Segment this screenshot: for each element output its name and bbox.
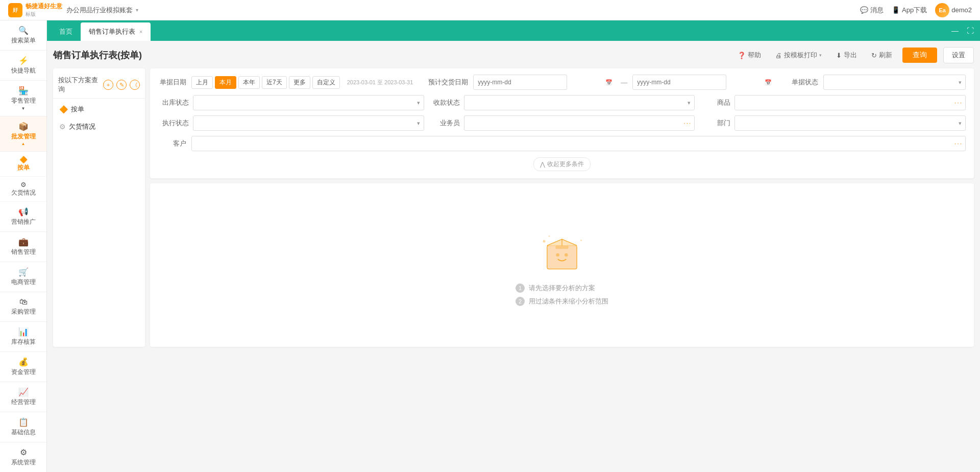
filter-card: 单据日期 上月 本月 本年 近7天 更多 自定义 2023-03-01 至 20… [150,68,974,178]
sidebar-item-quicknav[interactable]: ⚡ 快捷导航 [0,51,46,81]
delivery-select[interactable] [193,95,424,110]
customer-more-btn[interactable]: ··· [954,140,963,147]
sidebar-sub-item-oweinfo[interactable]: ⚙ 欠货情况 [0,177,46,202]
search-icon: 🔍 [18,26,29,35]
date-btn-custom[interactable]: 自定义 [312,76,340,89]
sidebar-item-sales[interactable]: 💼 销售管理 [0,232,46,262]
svg-point-6 [580,240,582,241]
settings-btn[interactable]: 设置 [943,47,974,63]
date-btn-this-year[interactable]: 本年 [238,76,260,89]
sidebar-item-system[interactable]: ⚙ 系统管理 [0,442,46,472]
main-layout: 🔍 搜索菜单 ⚡ 快捷导航 🏪 零售管理 📦 批发管理 ▲ 🔶 按单 ⚙ 欠货情… [0,20,980,472]
sidebar-item-finance[interactable]: 💰 资金管理 [0,352,46,382]
salesman-control: ··· [464,115,695,131]
industry-selector[interactable]: 办公用品行业模拟账套 ▾ [66,6,138,15]
user-menu[interactable]: Ea demo2 [935,3,972,17]
collapse-btn[interactable]: ⋀ 收起更多条件 [533,157,591,171]
salesman-label: 业务员 [429,119,460,128]
scheme-item-anpan[interactable]: 🔶 按单 [53,101,145,118]
salesman-input[interactable] [464,115,695,131]
dept-select[interactable] [734,115,966,131]
help-btn[interactable]: ❓ 帮助 [733,49,765,62]
date-quick-btns: 上月 本月 本年 近7天 更多 自定义 [191,76,340,89]
exec-select[interactable] [193,115,424,131]
goods-input[interactable] [734,95,966,110]
sidebar-item-operation[interactable]: 📈 经营管理 [0,382,46,412]
quicknav-icon: ⚡ [18,56,29,65]
svg-rect-2 [556,246,569,249]
top-header: 好 畅捷通好生意 标版 办公用品行业模拟账套 ▾ 💬 消息 📱 App下载 Ea… [0,0,980,20]
empty-tip-2: 2 用过滤条件来缩小分析范围 [516,297,608,306]
message-btn[interactable]: 💬 消息 [860,6,884,15]
date-filter-row: 单据日期 上月 本月 本年 近7天 更多 自定义 2023-03-01 至 20… [158,75,966,90]
expected-date-end[interactable] [632,75,726,90]
svg-rect-0 [547,246,577,269]
tab-minimize-btn[interactable]: — [949,27,961,35]
sidebar-item-search[interactable]: 🔍 搜索菜单 [0,20,46,51]
sidebar-item-purchase[interactable]: 🛍 采购管理 [0,292,46,322]
date-btn-this-month[interactable]: 本月 [215,76,236,89]
tab-maximize-btn[interactable]: ⛶ [965,27,976,35]
tab-home[interactable]: 首页 [51,22,81,41]
sidebar-item-inventory[interactable]: 📊 库存核算 [0,322,46,352]
sidebar-item-retail[interactable]: 🏪 零售管理 [0,81,46,116]
date-label: 单据日期 [158,78,186,87]
exec-filter: 执行状态 [158,115,424,131]
page-title-bar: 销售订单执行表(按单) ❓ 帮助 🖨 按模板打印 ▾ ⬇ 导出 [53,47,974,63]
date-btn-more[interactable]: 更多 [289,76,310,89]
avatar: Ea [935,3,949,17]
salesman-more-btn[interactable]: ··· [683,120,692,127]
empty-state: 1 请先选择要分析的方案 2 用过滤条件来缩小分析范围 [150,183,974,347]
sidebar-sub-item-anpan[interactable]: 🔶 按单 [0,152,46,177]
date-btn-7days[interactable]: 近7天 [262,76,287,89]
svg-point-4 [565,253,568,257]
goods-filter: 商品 ··· [700,95,966,110]
page-title: 销售订单执行表(按单) [53,49,142,61]
scheme-item-icon: 🔶 [59,105,68,113]
payment-label: 收款状态 [429,98,460,107]
empty-illustration [536,224,587,275]
status-select[interactable] [823,75,966,90]
tip-num-2: 2 [516,297,525,306]
sidebar-item-marketing[interactable]: 📢 营销推广 [0,202,46,232]
ecommerce-icon: 🛒 [18,267,29,277]
sidebar-item-basic[interactable]: 📋 基础信息 [0,412,46,442]
date-btn-last-month[interactable]: 上月 [191,76,213,89]
svg-point-5 [543,240,546,243]
scheme-owe-icon: ⚙ [59,123,66,131]
scheme-edit-btn[interactable]: ✎ [116,80,127,90]
sales-icon: 💼 [18,237,29,247]
sidebar-item-wholesale[interactable]: 📦 批发管理 ▲ [0,116,46,152]
empty-tip-1: 1 请先选择要分析的方案 [516,284,608,293]
filter-row-3: 执行状态 业务员 [158,115,966,131]
logo-icon: 好 [8,3,22,17]
tab-close-btn[interactable]: × [139,29,142,35]
message-icon: 💬 [860,6,868,14]
sidebar-item-ecommerce[interactable]: 🛒 电商管理 [0,262,46,292]
customer-input[interactable] [191,136,966,151]
payment-select[interactable] [464,95,695,110]
scheme-collapse-btn[interactable]: 《 [130,80,140,90]
salesman-filter: 业务员 ··· [429,115,695,131]
expected-date-label: 预计交货日期 [428,78,468,87]
export-btn[interactable]: ⬇ 导出 [832,49,861,62]
scheme-item-owe[interactable]: ⚙ 欠货情况 [53,118,145,135]
operation-icon: 📈 [18,387,29,397]
app-download-btn[interactable]: 📱 App下载 [892,6,927,15]
query-btn[interactable]: 查询 [902,48,937,63]
expected-date-end-wrapper [632,75,775,90]
template-print-btn[interactable]: 🖨 按模板打印 ▾ [771,49,826,62]
scheme-add-btn[interactable]: + [103,80,113,90]
exec-select-wrapper [193,115,424,131]
goods-more-btn[interactable]: ··· [954,99,963,106]
refresh-icon: ↻ [871,52,877,59]
filter-row-4: 客户 ··· [158,136,966,151]
refresh-btn[interactable]: ↻ 刷新 [867,49,896,62]
wholesale-icon: 📦 [18,122,29,131]
expected-date-start[interactable] [473,75,567,90]
expected-date-start-wrapper [473,75,616,90]
date-separator: — [621,79,627,86]
tab-sales-exec[interactable]: 销售订单执行表 × [81,22,151,41]
retail-icon: 🏪 [18,86,29,96]
collapse-row: ⋀ 收起更多条件 [158,154,966,172]
